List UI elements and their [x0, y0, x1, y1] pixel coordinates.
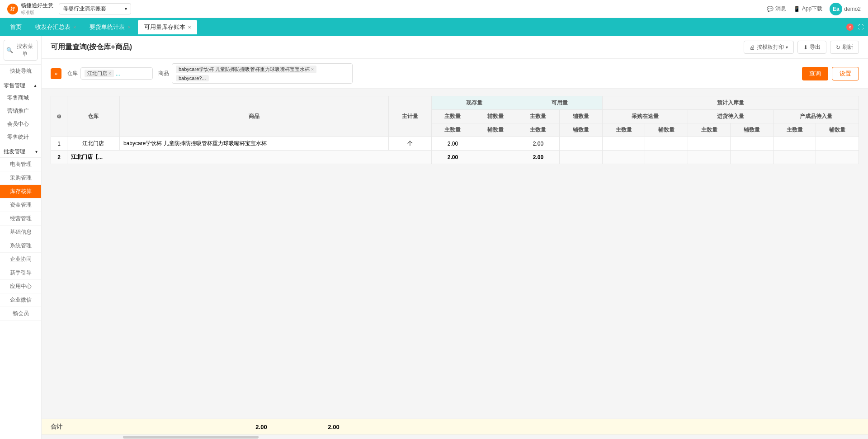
th-warehouse: 仓库 [67, 96, 120, 137]
product-tag-close[interactable]: × [311, 67, 314, 72]
sidebar: 🔍 搜索菜单 快捷导航 零售管理 ▲ 零售商城 营销推广 会员中心 零售统计 批… [0, 36, 42, 439]
product-tag-label: babycare学饮杯 儿童防摔防撞吸管杯重力球吸嘴杯宝宝水杯 [179, 66, 310, 73]
th-cur-sub2: 辅数量 [474, 123, 517, 137]
subtotal-row: 2 江北门店【... 2.00 2.00 [51, 151, 859, 164]
subtotal-pur-main [602, 151, 645, 164]
sidebar-group-retail-header[interactable]: 零售管理 ▲ [0, 78, 41, 91]
subtotal-current-sub [474, 151, 517, 164]
sidebar-search-area: 🔍 搜索菜单 [0, 36, 41, 65]
th-unit: 主计量 [389, 96, 432, 137]
sidebar-item-inventory[interactable]: 库存核算 [0, 185, 41, 198]
table-row: 1 江北门店 babycare学饮杯 儿童防摔防撞吸管杯重力球吸嘴杯宝宝水杯 个… [51, 137, 859, 151]
chevron-down-icon: ▾ [125, 6, 127, 11]
print-chevron-icon: ▾ [786, 45, 788, 50]
tab-inventory-close[interactable]: × [188, 24, 191, 30]
th-avail-sub: 辅数量 [560, 110, 603, 123]
total-avail-main: 2.00 [316, 424, 352, 430]
total-label: 合计 [51, 423, 62, 431]
message-btn[interactable]: 💬 消息 [767, 5, 786, 13]
table-area: ⚙ 仓库 商品 主计量 现存量 可用量 预计入库量 主数量 辅数量 主数量 辅数… [42, 89, 868, 419]
top-bar-left: 好 畅捷通好生意 标准版 母婴行业演示账套 ▾ [7, 2, 131, 16]
window-controls: × ⛶ [846, 24, 864, 31]
refresh-icon: ↻ [836, 44, 840, 51]
th-pur-sub: 辅数量 [645, 123, 688, 137]
user-area[interactable]: Ea demo2 [830, 3, 861, 15]
sidebar-item-ecommerce[interactable]: 电商管理 [0, 158, 41, 171]
sidebar-item-wechat[interactable]: 企业微信 [0, 293, 41, 307]
subtotal-prd-sub [816, 151, 859, 164]
warehouse-more-btn[interactable]: ... [116, 71, 120, 77]
tab-inventory[interactable]: 可用量库存账本 × [138, 20, 197, 34]
page-title: 可用量查询(按仓库+商品) [51, 42, 132, 52]
settings-btn[interactable]: 设置 [832, 67, 859, 80]
th-av-main2: 主数量 [517, 123, 560, 137]
sidebar-item-marketing[interactable]: 营销推广 [0, 104, 41, 118]
product-filter-input[interactable]: babycare学饮杯 儿童防摔防撞吸管杯重力球吸嘴杯宝宝水杯 × babyca… [172, 63, 353, 84]
window-expand-btn[interactable]: ⛶ [857, 24, 864, 31]
total-bar: 合计 2.00 2.00 [42, 419, 868, 434]
sidebar-item-finance[interactable]: 资金管理 [0, 198, 41, 212]
th-current-main: 主数量 [431, 110, 474, 123]
sidebar-item-purchase[interactable]: 采购管理 [0, 171, 41, 185]
sidebar-item-member-center[interactable]: 会员中心 [0, 118, 41, 131]
filter-expand-btn[interactable]: » [51, 68, 61, 79]
th-product-group: 产成品待入量 [773, 110, 859, 123]
th-pur-main: 主数量 [602, 123, 645, 137]
tab-requisition-close[interactable]: × [127, 24, 130, 30]
product-filter-group: 商品 babycare学饮杯 儿童防摔防撞吸管杯重力球吸嘴杯宝宝水杯 × bab… [158, 63, 353, 84]
subtotal-avail-sub [560, 151, 603, 164]
tab-requisition[interactable]: 要货单统计表 × [83, 20, 137, 34]
product-tag2-label: babycare?... [179, 76, 206, 81]
tab-receipts-label: 收发存汇总表 [35, 23, 71, 31]
window-close-btn[interactable]: × [846, 24, 854, 31]
industry-label: 母婴行业演示账套 [63, 5, 106, 13]
data-table: ⚙ 仓库 商品 主计量 现存量 可用量 预计入库量 主数量 辅数量 主数量 辅数… [51, 96, 859, 164]
cell-avail-sub [560, 137, 603, 151]
sidebar-item-basics[interactable]: 基础信息 [0, 226, 41, 239]
th-cur-main2: 主数量 [431, 123, 474, 137]
sidebar-item-retail-shop[interactable]: 零售商城 [0, 91, 41, 104]
sidebar-item-newbie[interactable]: 新手引导 [0, 266, 41, 280]
cell-unit: 个 [389, 137, 432, 151]
tab-home[interactable]: 首页 [4, 20, 28, 34]
sidebar-item-operations[interactable]: 经营管理 [0, 212, 41, 226]
industry-selector[interactable]: 母婴行业演示账套 ▾ [59, 3, 131, 14]
warehouse-filter-input[interactable]: 江北门店 × ... [80, 67, 153, 80]
message-label: 消息 [775, 5, 786, 13]
sidebar-item-system[interactable]: 系统管理 [0, 239, 41, 253]
logo-sub: 标准版 [21, 9, 53, 16]
sidebar-item-enterprise[interactable]: 企业协同 [0, 253, 41, 266]
tab-receipts-close[interactable]: × [73, 24, 76, 30]
th-settings[interactable]: ⚙ [51, 96, 67, 137]
sidebar-item-app-center[interactable]: 应用中心 [0, 280, 41, 293]
sidebar-item-quick-nav[interactable]: 快捷导航 [0, 65, 41, 78]
subtotal-pur-sub [645, 151, 688, 164]
sidebar-group-wholesale: 批发管理 ▾ [0, 144, 41, 158]
template-print-btn[interactable]: 🖨 按模板打印 ▾ [744, 41, 794, 54]
search-menu-btn[interactable]: 🔍 搜索菜单 [4, 40, 38, 61]
warehouse-tag-label: 江北门店 [87, 70, 107, 77]
th-available-group: 可用量 [517, 96, 602, 110]
retail-chevron-icon: ▲ [33, 83, 38, 88]
sidebar-group-wholesale-header[interactable]: 批发管理 ▾ [0, 144, 41, 157]
product-tag-2: babycare?... [176, 75, 209, 81]
th-planned-group: 预计入库量 [602, 96, 859, 110]
cell-avail-main: 2.00 [517, 137, 560, 151]
sidebar-item-retail-stats[interactable]: 零售统计 [0, 131, 41, 144]
top-bar: 好 畅捷通好生意 标准版 母婴行业演示账套 ▾ 💬 消息 📱 App下载 Ea … [0, 0, 868, 18]
cell-inb-sub [731, 137, 774, 151]
sidebar-item-vip[interactable]: 畅会员 [0, 307, 41, 321]
product-tag-1: babycare学饮杯 儿童防摔防撞吸管杯重力球吸嘴杯宝宝水杯 × [176, 66, 316, 73]
search-icon: 🔍 [6, 47, 13, 53]
warehouse-tag-close[interactable]: × [108, 71, 111, 76]
app-download-btn[interactable]: 📱 App下载 [793, 5, 822, 13]
subtotal-inb-main [688, 151, 731, 164]
query-btn[interactable]: 查询 [802, 67, 828, 80]
cell-pur-sub [645, 137, 688, 151]
horizontal-scrollbar[interactable] [123, 436, 259, 439]
tab-receipts[interactable]: 收发存汇总表 × [29, 20, 82, 34]
refresh-btn[interactable]: ↻ 刷新 [830, 41, 859, 54]
export-btn[interactable]: ⬇ 导出 [797, 41, 826, 54]
nav-tabs: 首页 收发存汇总表 × 要货单统计表 × 可用量库存账本 × × ⛶ [0, 18, 868, 36]
th-avail-main: 主数量 [517, 110, 560, 123]
